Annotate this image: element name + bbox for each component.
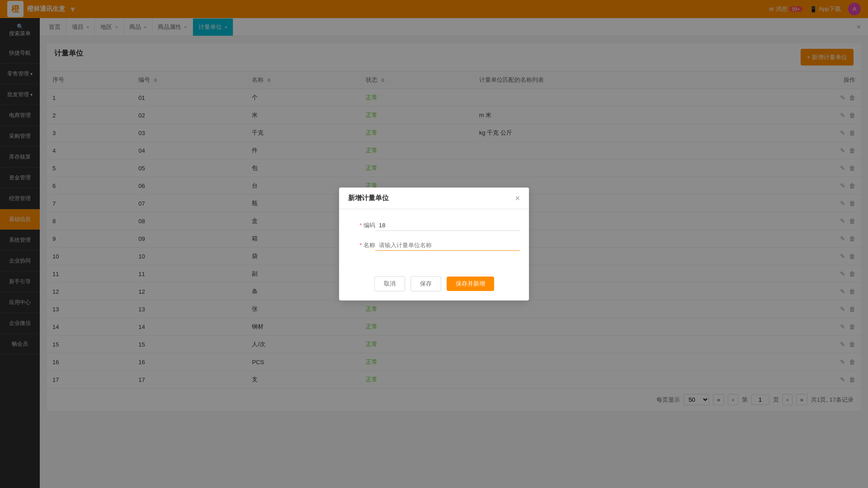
save-new-btn[interactable]: 保存并新增 [447,277,494,291]
save-btn[interactable]: 保存 [410,276,441,291]
form-row-name: * 名称 [348,240,520,251]
modal-close-btn[interactable]: × [515,194,520,202]
modal-overlay[interactable]: 新增计量单位 × * 编码 * 名称 取消 保存 保存并新增 [0,0,868,488]
form-row-code: * 编码 [348,220,520,231]
modal-title: 新增计量单位 [348,194,389,202]
name-required-mark: * [359,242,362,249]
name-label: * 名称 [348,241,375,249]
modal-body: * 编码 * 名称 [339,209,529,271]
name-input[interactable] [375,240,520,251]
cancel-btn[interactable]: 取消 [374,276,405,291]
modal-footer: 取消 保存 保存并新增 [339,271,529,300]
code-required-mark: * [359,222,362,229]
modal-header: 新增计量单位 × [339,188,529,209]
code-label: * 编码 [348,221,375,230]
add-unit-modal: 新增计量单位 × * 编码 * 名称 取消 保存 保存并新增 [339,188,529,300]
code-input[interactable] [375,220,520,231]
